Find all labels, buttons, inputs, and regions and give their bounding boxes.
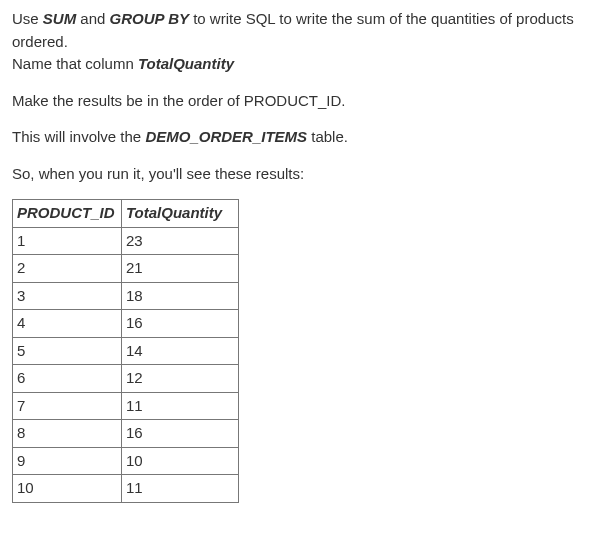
cell-total-quantity: 16	[122, 420, 239, 448]
table-row: 514	[13, 337, 239, 365]
table-row: 910	[13, 447, 239, 475]
cell-product-id: 1	[13, 227, 122, 255]
sum-keyword: SUM	[43, 10, 76, 27]
instruction-paragraph-2: Make the results be in the order of PROD…	[12, 90, 604, 113]
table-row: 318	[13, 282, 239, 310]
cell-total-quantity: 11	[122, 475, 239, 503]
cell-product-id: 8	[13, 420, 122, 448]
cell-product-id: 10	[13, 475, 122, 503]
cell-total-quantity: 10	[122, 447, 239, 475]
text: and	[76, 10, 109, 27]
cell-product-id: 2	[13, 255, 122, 283]
table-row: 123	[13, 227, 239, 255]
cell-product-id: 7	[13, 392, 122, 420]
cell-product-id: 5	[13, 337, 122, 365]
table-row: 416	[13, 310, 239, 338]
table-row: 816	[13, 420, 239, 448]
table-row: 711	[13, 392, 239, 420]
text: This will involve the	[12, 128, 145, 145]
totalquantity-keyword: TotalQuantity	[138, 55, 234, 72]
cell-total-quantity: 21	[122, 255, 239, 283]
groupby-keyword: GROUP BY	[110, 10, 189, 27]
cell-total-quantity: 18	[122, 282, 239, 310]
instruction-paragraph-4: So, when you run it, you'll see these re…	[12, 163, 604, 186]
column-header-total-quantity: TotalQuantity	[122, 200, 239, 228]
instruction-paragraph-1: Use SUM and GROUP BY to write SQL to wri…	[12, 8, 604, 76]
cell-product-id: 6	[13, 365, 122, 393]
instruction-paragraph-3: This will involve the DEMO_ORDER_ITEMS t…	[12, 126, 604, 149]
table-row: 1011	[13, 475, 239, 503]
table-header-row: PRODUCT_ID TotalQuantity	[13, 200, 239, 228]
column-header-product-id: PRODUCT_ID	[13, 200, 122, 228]
results-table: PRODUCT_ID TotalQuantity 123221318416514…	[12, 199, 239, 503]
text: table.	[307, 128, 348, 145]
text: Name that column	[12, 55, 138, 72]
cell-total-quantity: 12	[122, 365, 239, 393]
cell-product-id: 4	[13, 310, 122, 338]
cell-total-quantity: 11	[122, 392, 239, 420]
cell-total-quantity: 16	[122, 310, 239, 338]
cell-total-quantity: 14	[122, 337, 239, 365]
table-row: 221	[13, 255, 239, 283]
cell-product-id: 3	[13, 282, 122, 310]
cell-total-quantity: 23	[122, 227, 239, 255]
table-row: 612	[13, 365, 239, 393]
cell-product-id: 9	[13, 447, 122, 475]
text: Use	[12, 10, 43, 27]
tablename-keyword: DEMO_ORDER_ITEMS	[145, 128, 307, 145]
